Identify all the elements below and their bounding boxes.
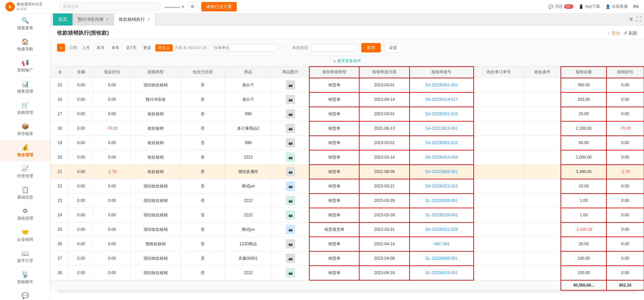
- doc-no-link[interactable]: SL-20230328-001: [425, 198, 458, 203]
- sidebar-search-label: 搜索菜单: [17, 25, 33, 31]
- cell-receipt-order: [474, 222, 524, 237]
- cell-writeoff-discount: 0.00: [606, 179, 644, 194]
- gear-icon: ⚙: [22, 207, 28, 215]
- doc-no-link[interactable]: SA-20230301-010: [425, 140, 458, 145]
- cell-id: 21: [51, 165, 69, 179]
- sidebar-item-sales[interactable]: 📊 销售管理: [0, 77, 50, 98]
- message-label: 消息: [555, 4, 563, 9]
- sidebar-item-wechat[interactable]: 💬 企业微信: [0, 289, 50, 300]
- sidebar-item-marketing[interactable]: 📢 营销推广: [0, 56, 50, 77]
- cell-product: 测试多属性: [224, 165, 272, 179]
- cell-balance: 0.00: [69, 208, 93, 222]
- sidebar-item-newbie[interactable]: 📖 新手引导: [0, 246, 50, 267]
- cell-balance: 0.00: [69, 251, 93, 266]
- cell-doc-no: SL-20230328-002: [410, 208, 474, 222]
- cell-receipt-order: [474, 150, 524, 165]
- tab-expand-icon[interactable]: ⛶: [636, 16, 641, 23]
- cell-writeoff-type: 收款核销: [130, 165, 181, 179]
- export-button[interactable]: ↑ 导出: [608, 30, 621, 36]
- expand-conditions-button[interactable]: ∨ 展开更多条件: [333, 58, 361, 64]
- cell-writeoff-type: 现结收款核销: [130, 179, 181, 194]
- filter-partner-input[interactable]: [211, 44, 278, 51]
- col-cash-discount: 现金折扣: [93, 67, 130, 78]
- cell-writeoff-amount: 1,000.00: [561, 150, 606, 165]
- cell-include-cleared: 否: [181, 237, 224, 251]
- cell-balance: 0.00: [69, 121, 93, 136]
- doc-no-link[interactable]: SL-20230418-001: [425, 270, 458, 275]
- doc-no-link[interactable]: SA-20230301-001: [425, 83, 458, 87]
- doc-no-link[interactable]: SA-20210813-001: [425, 126, 458, 131]
- message-button[interactable]: 💬 消息 99+: [548, 4, 573, 9]
- filter-date-curr-year[interactable]: 本年: [109, 44, 122, 51]
- sidebar-item-finance[interactable]: 💰 资金管理: [0, 140, 50, 162]
- chevron-down-icon: ∨: [333, 59, 336, 63]
- doc-no-link[interactable]: SA-20230301-010: [425, 112, 458, 116]
- doc-no-link[interactable]: SA-20230321-012: [425, 184, 458, 188]
- sidebar-item-collab[interactable]: 🤝 企业协同: [0, 225, 50, 246]
- tab-writeoff-close[interactable]: ✕: [147, 17, 150, 22]
- cell-doc-no: SA-20230414-017: [410, 92, 474, 107]
- sidebar-item-inventory[interactable]: 📦 库存核算: [0, 119, 50, 140]
- cell-include-cleared: 否: [181, 266, 224, 281]
- doc-no-link[interactable]: SA-20230331-026: [425, 227, 458, 232]
- col-settings-icon[interactable]: ⚙: [58, 70, 62, 75]
- filter-date-prev-month[interactable]: 上月: [79, 44, 93, 51]
- doc-no-link[interactable]: ABC-001: [433, 242, 450, 246]
- cell-include-cleared: 否: [181, 251, 224, 266]
- cell-receipt-condition: [524, 107, 561, 121]
- doc-no-link[interactable]: SA-20230314-008: [425, 155, 458, 160]
- sidebar-item-purchase[interactable]: 🛒 采购管理: [0, 98, 50, 119]
- doc-no-link[interactable]: SA-20210808-001: [425, 169, 458, 174]
- sidebar-item-hardware[interactable]: 📡 智能硬件: [0, 267, 50, 289]
- cell-product-img: 📷: [272, 121, 309, 136]
- tab-writeoff[interactable]: 收款核销执行 ✕: [114, 13, 155, 26]
- query-button[interactable]: 查询: [361, 43, 381, 52]
- filter-doctype-label: 单据类型: [292, 45, 308, 51]
- filter-date-custom[interactable]: 自定义: [155, 44, 173, 51]
- filter-date-curr-month[interactable]: 本月: [94, 44, 107, 51]
- user-button[interactable]: Rit: [633, 4, 639, 9]
- col-balance: 余额: [69, 67, 93, 78]
- app-download-button[interactable]: 📱 App下载: [579, 4, 600, 9]
- cell-doc-date: 2023-04-08: [359, 251, 410, 266]
- doc-no-link[interactable]: SA-20230414-017: [425, 97, 458, 102]
- horizontal-scrollbar[interactable]: [57, 290, 637, 293]
- cell-product-img: 📷: [272, 194, 309, 208]
- sidebar-item-system[interactable]: ⚙ 系统管理: [0, 204, 50, 225]
- sidebar: 🔍 搜索菜单 🏠 快捷导航 📢 营销推广 📊 销售管理 🛒 采购管理 📦 库存核…: [0, 13, 50, 300]
- online-service-button[interactable]: 👤 在线客服: [605, 4, 628, 9]
- doc-no-link[interactable]: SL-20230328-002: [425, 213, 458, 217]
- sidebar-item-search[interactable]: 🔍 搜索菜单: [0, 13, 50, 35]
- cell-balance: 0.00: [69, 150, 93, 165]
- cell-receipt-condition: [524, 237, 561, 251]
- refresh-button[interactable]: ↺ 刷新: [624, 30, 637, 36]
- cell-include-cleared: 否: [181, 179, 224, 194]
- sidebar-item-quicknav[interactable]: 🏠 快捷导航: [0, 35, 50, 56]
- tab-prepay[interactable]: 预付冲应付单 ✕: [73, 13, 114, 26]
- tab-home[interactable]: 首页: [53, 13, 73, 26]
- cell-product-img: 📷: [272, 92, 309, 107]
- filter-doctype-select[interactable]: [310, 44, 357, 51]
- cell-id: 16: [51, 92, 69, 107]
- cell-doc-type: 销货单: [309, 194, 360, 208]
- filter-date-more[interactable]: 更多: [141, 44, 154, 51]
- cell-writeoff-type: 现结收款核销: [130, 78, 181, 92]
- filter-expand-button[interactable]: »: [57, 44, 65, 52]
- cell-product-img: 📷: [272, 136, 309, 150]
- filter-date-7days[interactable]: 近7天: [123, 44, 139, 51]
- cell-doc-type: 销货单: [309, 121, 360, 136]
- cell-product-img: 📷: [272, 107, 309, 121]
- industry-solution-button[interactable]: 体验行业方案: [201, 2, 237, 11]
- tab-close-all-icon[interactable]: ✕: [629, 16, 633, 23]
- sidebar-item-operation[interactable]: 📈 经营管理: [0, 162, 50, 183]
- settings-button[interactable]: 设置: [385, 43, 401, 52]
- export-label: 导出: [611, 30, 620, 36]
- filter-date-range: 不限 至 2023-07-26: [175, 45, 207, 50]
- cell-writeoff-amount: 2,100.00: [561, 121, 606, 136]
- tab-prepay-close[interactable]: ✕: [106, 17, 109, 22]
- export-icon: ↑: [608, 31, 610, 36]
- org-dropdown[interactable]: ▬▬▬▬ ▾: [164, 4, 184, 9]
- doc-no-link[interactable]: SL-20230408-001: [425, 256, 458, 261]
- sidebar-item-basic[interactable]: 📋 基础信息: [0, 183, 50, 204]
- settings-gear[interactable]: ⚙: [188, 2, 197, 11]
